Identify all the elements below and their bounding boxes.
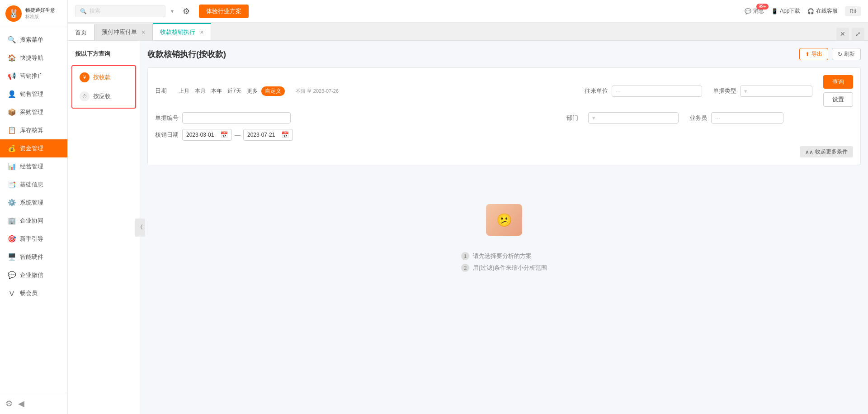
logo-text: 畅捷通好生意 标准版 [25, 7, 55, 19]
message-icon: 💬 [745, 8, 751, 14]
verify-date-start-input[interactable]: 2023-03-01 📅 [182, 129, 232, 141]
calendar-start-icon[interactable]: 📅 [220, 131, 228, 138]
tab-home[interactable]: 首页 [68, 24, 94, 40]
topbar-gear-icon[interactable]: ⚙ [183, 6, 190, 16]
sidebar-item-marketing[interactable]: 📢 营销推广 [0, 67, 67, 85]
topbar-search-box[interactable]: 🔍 搜索 [75, 5, 165, 17]
date-dash: — [235, 132, 241, 138]
tabs-actions: ✕ ⤢ [833, 28, 868, 40]
topbar-chevron-icon[interactable]: ▾ [171, 8, 174, 14]
hardware-icon: 🖥️ [7, 252, 16, 262]
refresh-icon: ↻ [838, 51, 842, 57]
user-profile[interactable]: Rit [845, 6, 861, 16]
empty-text: 1 请先选择要分析的方案 2 用[过滤]条件来缩小分析范围 [461, 252, 547, 276]
filter-collapse-button[interactable]: 《 [135, 219, 145, 237]
date-more[interactable]: 更多 [245, 86, 259, 96]
operation-icon: 📊 [7, 162, 16, 171]
counterpart-input[interactable]: ··· [612, 86, 702, 97]
by-receipt-icon: ¥ [80, 72, 90, 82]
verify-date-range: 2023-03-01 📅 — 2023-07-21 📅 [182, 129, 293, 141]
empty-step1: 1 请先选择要分析的方案 [461, 252, 547, 260]
filter-by-receivable[interactable]: ⏱ 按应收 [72, 87, 135, 106]
page-title-row: 收款核销执行(按收款) ⬆ 导出 ↻ 刷新 [147, 48, 861, 60]
empty-box-icon: 😕 [486, 204, 522, 236]
logo-icon: 🐰 [5, 5, 22, 22]
collapse-up-icon: ∧∧ [805, 149, 813, 155]
app-download-button[interactable]: 📱 App下载 [771, 7, 800, 15]
close-tab-button[interactable]: ✕ [836, 28, 849, 40]
form-row-1: 日期 上月 本月 本年 近7天 更多 自定义 不限 [155, 75, 853, 107]
verify-date-end-input[interactable]: 2023-07-21 📅 [243, 129, 293, 141]
system-icon: ⚙️ [7, 198, 16, 207]
logo-area: 🐰 畅捷通好生意 标准版 [0, 0, 67, 27]
staff-label: 业务员 [689, 114, 708, 122]
sidebar-item-finance[interactable]: 💰 资金管理 [0, 139, 67, 157]
close-prepay-tab-icon[interactable]: × [142, 29, 145, 36]
query-button[interactable]: 查询 [823, 75, 853, 89]
tab-prepay[interactable]: 预付冲应付单 × [94, 24, 153, 40]
member-icon: V [7, 289, 16, 298]
refresh-button[interactable]: ↻ 刷新 [832, 48, 861, 60]
calendar-end-icon[interactable]: 📅 [281, 131, 289, 138]
sidebar-item-system[interactable]: ⚙️ 系统管理 [0, 194, 67, 212]
settings-icon[interactable]: ⚙ [5, 399, 13, 409]
sidebar-item-purchase[interactable]: 📦 采购管理 [0, 103, 67, 121]
date-last-month[interactable]: 上月 [177, 86, 191, 96]
maximize-tab-button[interactable]: ⤢ [852, 28, 864, 40]
step2-num: 2 [461, 264, 469, 272]
collapse-more-button[interactable]: ∧∧ 收起更多条件 [800, 146, 853, 157]
close-receivable-tab-icon[interactable]: × [200, 29, 203, 36]
industry-solution-button[interactable]: 体验行业方案 [199, 5, 249, 18]
date-no-limit: 不限 至 2023-07-26 [296, 88, 339, 95]
marketing-icon: 📢 [7, 71, 16, 81]
date-7days[interactable]: 近7天 [226, 86, 243, 96]
by-receivable-icon: ⏱ [80, 91, 90, 101]
counterpart-group: 往来单位 ··· [585, 86, 702, 97]
sidebar-item-guide[interactable]: 🎯 新手引导 [0, 230, 67, 248]
topbar: 🔍 搜索 ▾ ⚙ 体验行业方案 💬 消息 99+ 📱 App下载 🎧 在线客服 … [68, 0, 868, 23]
finance-icon: 💰 [7, 144, 16, 153]
service-icon: 🎧 [807, 8, 814, 14]
sidebar-item-sales[interactable]: 👤 销售管理 [0, 85, 67, 103]
filter-by-receipt[interactable]: ¥ 按收款 [72, 68, 135, 87]
voucher-type-input[interactable]: ▾ [740, 86, 812, 97]
verify-date-group: 核销日期 2023-03-01 📅 — 2023-07-21 📅 [155, 129, 293, 141]
dept-label: 部门 [566, 114, 585, 122]
staff-input[interactable]: ··· [711, 112, 783, 124]
voucher-type-group: 单据类型 ▾ [713, 86, 812, 97]
dept-input[interactable]: ▾ [588, 112, 679, 124]
filter-panel-title: 按以下方查询 [68, 46, 140, 63]
step1-num: 1 [461, 252, 469, 260]
app-icon: 📱 [771, 8, 778, 14]
sidebar-item-member[interactable]: V 畅会员 [0, 284, 67, 302]
message-button[interactable]: 💬 消息 99+ [745, 7, 764, 15]
sidebar-item-inventory[interactable]: 📋 库存核算 [0, 121, 67, 139]
date-this-month[interactable]: 本月 [193, 86, 208, 96]
sidebar-item-hardware[interactable]: 🖥️ 智能硬件 [0, 248, 67, 266]
date-this-year[interactable]: 本年 [209, 86, 224, 96]
search-icon: 🔍 [80, 8, 87, 14]
enterprise-icon: 🏢 [7, 216, 16, 225]
sidebar-item-enterprise[interactable]: 🏢 企业协同 [0, 212, 67, 230]
sidebar-item-quick-nav[interactable]: 🏠 快捷导航 [0, 49, 67, 67]
tab-receivable[interactable]: 收款核销执行 × [153, 23, 211, 40]
empty-image: 😕 [477, 200, 531, 245]
export-button[interactable]: ⬆ 导出 [799, 48, 828, 60]
voucher-no-input[interactable] [182, 112, 291, 124]
sidebar-item-wechat[interactable]: 💬 企业微信 [0, 266, 67, 284]
collapse-sidebar-icon[interactable]: ◀ [18, 399, 24, 409]
inventory-icon: 📋 [7, 126, 16, 135]
online-service-button[interactable]: 🎧 在线客服 [807, 7, 838, 15]
purchase-icon: 📦 [7, 108, 16, 117]
quick-nav-icon: 🏠 [7, 53, 16, 62]
sidebar-item-search-menu[interactable]: 🔍 搜索菜单 [0, 31, 67, 49]
setting-button[interactable]: 设置 [823, 92, 853, 107]
search-menu-icon: 🔍 [7, 35, 16, 44]
main-area: 🔍 搜索 ▾ ⚙ 体验行业方案 💬 消息 99+ 📱 App下载 🎧 在线客服 … [68, 0, 868, 414]
page-actions: ⬆ 导出 ↻ 刷新 [799, 48, 861, 60]
sidebar-item-operation[interactable]: 📊 经营管理 [0, 157, 67, 176]
collapse-more-row: ∧∧ 收起更多条件 [155, 146, 853, 157]
date-label: 日期 [155, 87, 173, 95]
sidebar-item-basic-info[interactable]: 📑 基础信息 [0, 176, 67, 194]
date-custom-tag[interactable]: 自定义 [261, 86, 285, 96]
